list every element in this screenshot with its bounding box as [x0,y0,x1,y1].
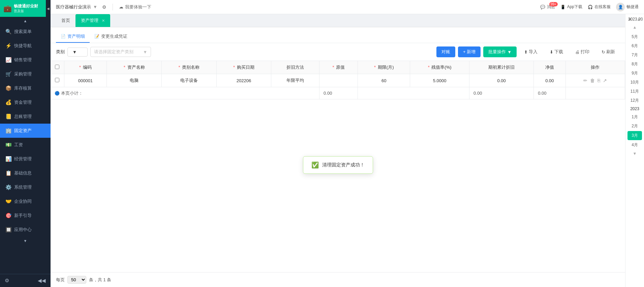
month-8[interactable]: 8月 [625,60,644,69]
sidebar-item-label: 销售管理 [14,57,32,63]
total-label: 条，共 1 条 [89,277,111,283]
app-name: 畅捷通好业财 [14,4,38,9]
month-11[interactable]: 11月 [625,87,644,96]
download-label: 下载 [554,49,563,55]
payroll-icon: 💵 [5,142,11,148]
refresh-button[interactable]: ↻ 刷新 [597,47,620,57]
sidebar-item-enterprise[interactable]: 🤝 企业协同 [0,194,51,209]
new-button[interactable]: + 新增 [458,46,481,57]
subtotal-initial-depreciation: 0.00 [469,87,534,99]
month-4[interactable]: 4月 [625,140,644,150]
category-filter-select[interactable]: ▼ [67,47,88,57]
right-panel-scroll-down[interactable]: ▼ [633,150,637,157]
app-download-button[interactable]: 📱 App下载 [560,4,582,10]
sidebar-scroll-up[interactable]: ▲ [0,17,51,25]
row-code: 000001 [64,74,107,87]
sidebar-item-sales[interactable]: 📈 销售管理 [0,53,51,67]
row-initial-depreciation: 0.00 [469,74,534,87]
copy-icon[interactable]: ⎘ [597,78,600,83]
batch-ops-button[interactable]: 批量操作 ▼ [483,46,517,57]
sub-tabs: 📄 资产明细 📝 变更生成凭证 [51,27,625,43]
sidebar-item-operations[interactable]: 📊 经营管理 [0,152,51,166]
table-row: 000001 电脑 电子设备 202206 [51,74,625,87]
sidebar-item-purchase[interactable]: 🛒 采购管理 [0,67,51,81]
right-panel-close-icon[interactable]: ✕ [628,17,632,22]
settings-icon[interactable]: ⚙ [5,278,9,284]
customer-service-button[interactable]: 🎧 在线客服 [588,4,611,10]
right-panel-scroll-up[interactable]: ▲ [633,24,637,31]
more-icon[interactable]: ↗ [603,78,607,83]
right-panel: ✕ 2023.03 ⤢ ▲ 5月 6月 7月 8月 9月 10月 11月 12月… [625,14,644,287]
company-settings-icon[interactable]: ⚙ [102,4,106,10]
header-net-value: 净值 [534,61,566,74]
print-button[interactable]: 🖨 打印 [571,47,594,57]
row-period-months: 60 [358,74,410,87]
pagination: 每页 10 20 50 100 条，共 1 条 [51,272,625,287]
messages-button[interactable]: 💬 消息 99+ [540,4,555,10]
sidebar-item-ledger[interactable]: 📒 总账管理 [0,109,51,124]
sidebar-item-system[interactable]: ⚙️ 系统管理 [0,180,51,194]
toast: ✅ 清理固定资产成功！ [303,156,373,173]
sidebar-scroll-down[interactable]: ▼ [0,237,51,245]
delete-icon[interactable]: 🗑 [590,78,595,83]
app-download-label: App下载 [567,4,582,10]
topbar-right: 💬 消息 99+ 📱 App下载 🎧 在线客服 👤 畅捷通 [540,3,639,11]
sidebar-item-label: 应用中心 [14,227,32,233]
month-9[interactable]: 9月 [625,69,644,78]
download-icon: ⬇ [550,50,553,55]
sidebar-item-guide[interactable]: 🎯 新手引导 [0,209,51,223]
month-5[interactable]: 5月 [625,32,644,41]
company-dropdown-arrow: ▼ [93,4,97,9]
edit-icon[interactable]: ✏ [583,78,587,83]
month-7[interactable]: 7月 [625,51,644,60]
month-10[interactable]: 10月 [625,78,644,87]
month-2[interactable]: 2月 [625,122,644,131]
refresh-label: 刷新 [606,49,615,55]
sidebar-item-label: 系统管理 [14,184,32,190]
user-menu[interactable]: 👤 畅捷通 [616,3,639,11]
reconcile-button[interactable]: 对账 [436,46,455,57]
sidebar-item-search[interactable]: 🔍 搜索菜单 [0,25,51,39]
guide-icon: 🎯 [5,213,11,219]
sub-tab-change-voucher-label: 变更生成凭证 [101,33,127,39]
right-panel-expand-icon[interactable]: ⤢ [638,17,641,22]
import-button[interactable]: ⬆ 导入 [519,47,542,57]
experience-label: 我要体验一下 [125,4,151,10]
sidebar-item-quick-nav[interactable]: ⚡ 快捷导航 [0,39,51,53]
cloud-icon: ☁ [119,4,123,9]
tab-asset-management[interactable]: 资产管理 ✕ [75,14,110,27]
sidebar-item-inventory[interactable]: 📦 库存核算 [0,81,51,95]
month-3-current[interactable]: 3月 [627,131,642,140]
category-input[interactable]: 请选择固定资产类别 ▼ [90,47,151,57]
select-all-checkbox[interactable] [55,65,59,69]
download-button[interactable]: ⬇ 下载 [545,47,568,57]
experience-button[interactable]: ☁ 我要体验一下 [119,4,151,10]
month-12[interactable]: 12月 [625,96,644,105]
sub-tab-asset-detail-label: 资产明细 [67,33,85,39]
sidebar-item-app-center[interactable]: 🔲 应用中心 [0,223,51,237]
topbar-divider [113,4,113,10]
sub-tab-asset-detail[interactable]: 📄 资产明细 [56,31,90,43]
company-selector[interactable]: 医疗器械行业演示 ▼ [56,4,97,10]
message-icon: 💬 [540,5,545,9]
month-1[interactable]: 1月 [625,113,644,122]
month-6[interactable]: 6月 [625,41,644,51]
sub-tab-change-voucher[interactable]: 📝 变更生成凭证 [90,31,132,43]
per-page-select[interactable]: 10 20 50 100 [67,276,86,284]
avatar-icon: 👤 [618,5,623,9]
system-icon: ⚙️ [5,184,11,190]
row-actions: ✏ 🗑 ⎘ ↗ [565,74,625,87]
sidebar-item-fund[interactable]: 💰 资金管理 [0,95,51,109]
row-checkbox-cell [51,74,64,87]
tab-home[interactable]: 首页 [56,14,75,27]
sidebar-item-payroll[interactable]: 💵 工资 [0,138,51,152]
category-input-placeholder: 请选择固定资产类别 [94,49,133,55]
sidebar-item-fixed-assets[interactable]: 🏢 固定资产 [0,124,51,138]
tab-close-icon[interactable]: ✕ [102,19,105,23]
sidebar-item-base-info[interactable]: 📋 基础信息 [0,166,51,180]
collapse-icon[interactable]: ◀◀ [38,278,46,284]
row-checkbox[interactable] [55,78,59,82]
sidebar-item-label: 基础信息 [14,170,32,176]
header-residual-rate: * 残值率(%) [410,61,469,74]
sidebar-item-label: 工资 [14,142,23,148]
